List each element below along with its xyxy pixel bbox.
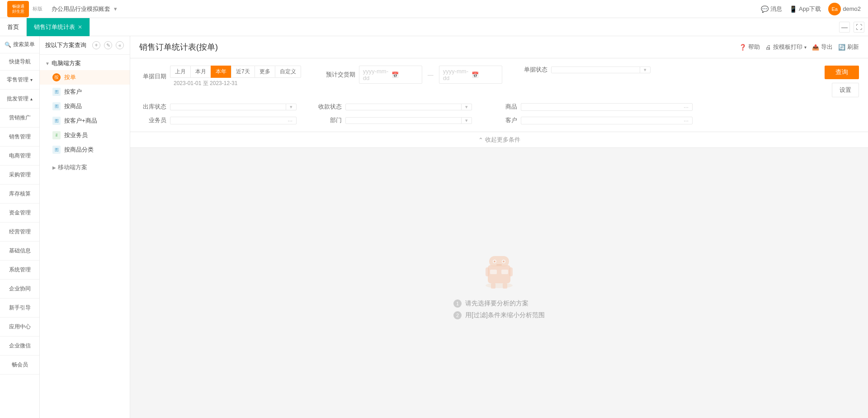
more-btn[interactable]: 更多	[255, 66, 275, 78]
purchase-label: 采购管理	[9, 171, 31, 178]
content-area: 销售订单统计表(按单) ❓ 帮助 🖨 按模板打印 ▾ 📤 导出 🔄 刷新	[130, 36, 868, 418]
payment-status-item: 收款状态 ▾	[315, 103, 472, 111]
last-7-days-btn[interactable]: 近7天	[231, 66, 255, 78]
dropdown-icon[interactable]: ▾	[114, 5, 117, 12]
sidebar-item-purchase[interactable]: 采购管理	[0, 166, 39, 185]
mobile-scheme-group: ▶ 移动端方案	[40, 159, 130, 176]
collapse-panel-btn[interactable]: «	[115, 41, 124, 50]
by-product-icon: 图	[52, 102, 61, 110]
sidebar-item-basic[interactable]: 基础信息	[0, 242, 39, 261]
tab-home[interactable]: 首页	[0, 18, 27, 36]
collapse-btn[interactable]: ⌃ 收起更多条件	[478, 136, 520, 144]
svg-point-11	[494, 261, 495, 262]
sidebar-item-system[interactable]: 系统管理	[0, 261, 39, 280]
add-scheme-btn[interactable]: +	[92, 41, 101, 50]
date-filter: 上月 本月 本年 近7天 更多 自定义	[170, 66, 301, 78]
this-month-btn[interactable]: 本月	[190, 66, 211, 78]
topbar-right: 💬 消息 📱 App下载 Ea demo2	[761, 3, 861, 15]
status-dropdown-icon[interactable]: ▾	[640, 67, 650, 73]
operations-label: 经营管理	[9, 228, 31, 235]
scheme-item-by-cust-prod[interactable]: 图 按客户+商品	[40, 114, 130, 128]
refresh-btn[interactable]: 🔄 刷新	[838, 43, 859, 51]
expected-date-start[interactable]: yyyy-mm-dd 📅	[359, 66, 422, 84]
customer-value	[521, 118, 680, 123]
empty-tip-2: 2 用[过滤]条件来缩小分析范围	[453, 311, 545, 319]
app-subtitle: 标版	[33, 5, 42, 12]
edit-icon: ✎	[104, 41, 112, 49]
tab-sales-order-stats[interactable]: 销售订单统计表 ✕	[27, 18, 90, 36]
sidebar-item-inventory[interactable]: 库存核算	[0, 185, 39, 204]
avatar: Ea	[828, 3, 841, 15]
query-btn[interactable]: 查询	[825, 66, 859, 79]
left-panel: 按以下方案查询 + ✎ « ▼ 电脑端方案 按 按单	[40, 36, 130, 418]
sidebar-item-sales[interactable]: 销售管理	[0, 128, 39, 147]
by-prod-cat-icon: 图	[52, 146, 61, 154]
app-download-btn[interactable]: 📱 App下载	[789, 5, 821, 13]
sidebar-item-member[interactable]: 畅会员	[0, 356, 39, 375]
sidebar-item-ecommerce[interactable]: 电商管理	[0, 147, 39, 166]
export-icon: 📤	[812, 44, 819, 51]
last-month-btn[interactable]: 上月	[170, 66, 190, 78]
empty-tip-1: 1 请先选择要分析的方案	[453, 299, 545, 308]
delivery-select-wrapper: ▾	[170, 104, 297, 110]
custom-btn[interactable]: 自定义	[275, 66, 301, 78]
tab-close-icon[interactable]: ✕	[78, 24, 82, 30]
sidebar-item-finance[interactable]: 资金管理	[0, 204, 39, 223]
sidebar-quick-nav[interactable]: 快捷导航	[0, 53, 39, 71]
export-btn[interactable]: 📤 导出	[812, 43, 833, 51]
message-btn[interactable]: 💬 消息	[761, 5, 782, 13]
message-label: 消息	[770, 5, 782, 13]
customer-more-icon[interactable]: ···	[680, 117, 692, 124]
topbar-left: 畅捷通好生意 标版 办公用品行业模拟账套 ▾	[7, 1, 117, 17]
user-menu[interactable]: Ea demo2	[828, 3, 861, 15]
department-value	[346, 118, 461, 123]
print-btn[interactable]: 🖨 按模板打印 ▾	[765, 43, 807, 51]
settings-btn[interactable]: 设置	[832, 83, 859, 97]
page-header: 销售订单统计表(按单) ❓ 帮助 🖨 按模板打印 ▾ 📤 导出 🔄 刷新	[130, 36, 868, 58]
sidebar-search[interactable]: 🔍 搜索菜单	[0, 36, 39, 53]
customer-item: 客户 ···	[490, 116, 693, 124]
svg-rect-2	[490, 270, 497, 274]
by-prod-cat-label: 按商品分类	[64, 146, 94, 154]
date-filter-item: 单据日期 上月 本月 本年 近7天 更多 自定义 2023-01-01 至 20…	[139, 66, 301, 87]
help-btn[interactable]: ❓ 帮助	[739, 43, 760, 51]
scheme-item-by-product[interactable]: 图 按商品	[40, 99, 130, 114]
status-filter-item: 单据状态 ▾	[520, 66, 651, 74]
sidebar-item-wechat[interactable]: 企业微信	[0, 337, 39, 356]
sidebar-item-marketing[interactable]: 营销推广	[0, 109, 39, 128]
department-dropdown-icon[interactable]: ▾	[461, 118, 472, 124]
user-name: demo2	[843, 5, 861, 12]
maximize-btn[interactable]: ⛶	[854, 22, 864, 33]
collapse-row: ⌃ 收起更多条件	[130, 132, 868, 148]
payment-select-value	[346, 104, 461, 109]
sidebar-item-wholesale[interactable]: 批发管理 ▴	[0, 90, 39, 109]
sidebar-item-operations[interactable]: 经营管理	[0, 223, 39, 242]
page-title: 销售订单统计表(按单)	[139, 42, 218, 52]
mobile-group-header[interactable]: ▶ 移动端方案	[40, 161, 130, 174]
this-year-btn[interactable]: 本年	[211, 66, 231, 78]
expected-date-end[interactable]: yyyy-mm-dd 📅	[439, 66, 502, 84]
scheme-item-by-salesperson[interactable]: il 按业务员	[40, 128, 130, 142]
minimize-btn[interactable]: —	[839, 22, 850, 33]
scheme-item-by-customer[interactable]: 图 按客户	[40, 85, 130, 99]
search-icon: 🔍	[5, 42, 11, 48]
salesperson-more-icon[interactable]: ···	[284, 117, 296, 124]
sidebar-item-new-user[interactable]: 新手引导	[0, 299, 39, 318]
sidebar-item-app-center[interactable]: 应用中心	[0, 318, 39, 337]
sidebar-item-enterprise[interactable]: 企业协同	[0, 280, 39, 299]
date-range-text: 2023-01-01 至 2023-12-31	[174, 80, 301, 87]
delivery-dropdown-icon[interactable]: ▾	[286, 104, 296, 110]
svg-rect-4	[486, 267, 489, 276]
payment-dropdown-icon[interactable]: ▾	[461, 104, 472, 110]
filter-row-3: 业务员 ··· 部门 ▾ 客户	[139, 116, 859, 124]
scheme-item-by-prod-cat[interactable]: 图 按商品分类	[40, 142, 130, 157]
wholesale-arrow-icon: ▴	[30, 96, 33, 101]
expected-date-item: 预计交货期 yyyy-mm-dd 📅 — yyyy-mm-dd 📅	[319, 66, 502, 84]
scheme-item-by-order[interactable]: 按 按单	[40, 70, 130, 85]
edit-scheme-btn[interactable]: ✎	[104, 41, 113, 50]
filter-row-2: 出库状态 ▾ 收款状态 ▾ 商品	[139, 103, 859, 111]
pc-group-header[interactable]: ▼ 电脑端方案	[40, 57, 130, 70]
product-more-icon[interactable]: ···	[680, 104, 692, 110]
svg-rect-5	[509, 267, 513, 276]
sidebar-item-retail[interactable]: 零售管理 ▾	[0, 71, 39, 90]
